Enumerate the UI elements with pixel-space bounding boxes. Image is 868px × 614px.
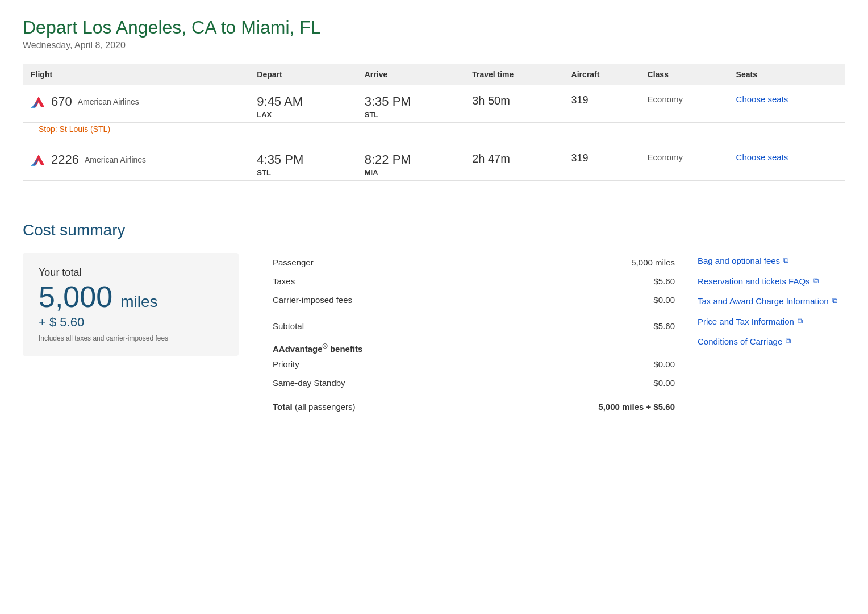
col-arrive: Arrive xyxy=(357,64,464,85)
total-label: Total (all passengers) xyxy=(273,402,356,412)
aircraft-cell: 319 xyxy=(564,85,640,123)
arrive-airport: STL xyxy=(365,110,456,119)
col-aircraft: Aircraft xyxy=(564,64,640,85)
your-total-box: Your total 5,000 miles + $ 5.60 Includes… xyxy=(23,253,239,356)
cost-row-label: Carrier-imposed fees xyxy=(273,295,352,305)
travel-time-cell: 3h 50m xyxy=(464,85,563,123)
external-link-icon: ⧉ xyxy=(783,256,788,265)
links-column: Bag and optional fees ⧉ Reservation and … xyxy=(698,253,845,417)
cost-layout: Your total 5,000 miles + $ 5.60 Includes… xyxy=(23,253,845,417)
travel-time-cell: 2h 47m xyxy=(464,143,563,181)
stop-cell: Stop: St Louis (STL) xyxy=(23,123,845,143)
aircraft-value: 319 xyxy=(571,94,589,106)
stop-text: Stop: St Louis (STL) xyxy=(31,125,110,134)
benefit-label: Priority xyxy=(273,359,299,369)
info-link[interactable]: Tax and Award Charge Information ⧉ xyxy=(698,296,845,307)
col-class: Class xyxy=(640,64,728,85)
cost-row: Subtotal $5.60 xyxy=(273,317,675,335)
registered-mark: ® xyxy=(323,342,328,350)
cost-row-label: Taxes xyxy=(273,276,295,286)
your-total-label: Your total xyxy=(39,267,223,279)
flight-cell: 670 American Airlines xyxy=(23,85,249,123)
choose-seats-link[interactable]: Choose seats xyxy=(736,94,788,104)
table-header-row: Flight Depart Arrive Travel time Aircraf… xyxy=(23,64,845,85)
cost-row: Taxes $5.60 xyxy=(273,272,675,291)
class-value: Economy xyxy=(648,152,683,162)
cost-total-row: Total (all passengers) 5,000 miles + $5.… xyxy=(273,396,675,417)
seats-cell: Choose seats xyxy=(728,143,845,181)
cost-row: Passenger 5,000 miles xyxy=(273,253,675,272)
external-link-icon: ⧉ xyxy=(813,276,819,286)
class-cell: Economy xyxy=(640,85,728,123)
col-travel-time: Travel time xyxy=(464,64,563,85)
arrive-time: 3:35 PM xyxy=(365,94,456,109)
benefits-header: AAdvantage® benefits xyxy=(273,342,675,354)
cost-row-value: 5,000 miles xyxy=(618,258,675,267)
flight-cell: 2226 American Airlines xyxy=(23,143,249,181)
col-depart: Depart xyxy=(249,64,356,85)
arrive-airport: MIA xyxy=(365,168,456,177)
benefit-label: Same-day Standby xyxy=(273,378,345,388)
info-link[interactable]: Price and Tax Information ⧉ xyxy=(698,316,845,327)
cost-right-section: Passenger 5,000 miles Taxes $5.60 Carrie… xyxy=(273,253,845,417)
travel-time-value: 3h 50m xyxy=(472,94,510,107)
benefit-row: Same-day Standby $0.00 xyxy=(273,374,675,392)
benefit-value: $0.00 xyxy=(618,359,675,369)
cost-row: Carrier-imposed fees $0.00 xyxy=(273,291,675,309)
benefit-row: Priority $0.00 xyxy=(273,355,675,374)
depart-cell: 4:35 PM STL xyxy=(249,143,356,181)
class-cell: Economy xyxy=(640,143,728,181)
aa-logo-icon xyxy=(31,154,47,166)
page-title: Depart Los Angeles, CA to Miami, FL xyxy=(23,17,845,38)
external-link-icon: ⧉ xyxy=(832,296,837,306)
page-subtitle: Wednesday, April 8, 2020 xyxy=(23,40,845,51)
depart-time: 4:35 PM xyxy=(257,152,348,167)
total-plus-cash: + $ 5.60 xyxy=(39,315,223,330)
aircraft-value: 319 xyxy=(571,152,589,164)
stop-row: Stop: St Louis (STL) xyxy=(23,123,845,143)
cost-row-label: Passenger xyxy=(273,258,314,267)
cost-summary-title: Cost summary xyxy=(23,221,845,239)
cost-row-value: $5.60 xyxy=(618,276,675,286)
arrive-cell: 3:35 PM STL xyxy=(357,85,464,123)
total-miles-display: 5,000 miles xyxy=(39,282,223,312)
table-row: 670 American Airlines 9:45 AM LAX 3:35 P… xyxy=(23,85,845,123)
depart-time: 9:45 AM xyxy=(257,94,348,109)
depart-cell: 9:45 AM LAX xyxy=(249,85,356,123)
info-link[interactable]: Conditions of Carriage ⧉ xyxy=(698,336,845,347)
benefit-value: $0.00 xyxy=(618,378,675,388)
airline-name: American Airlines xyxy=(85,155,146,164)
class-value: Economy xyxy=(648,94,683,104)
total-bold: Total xyxy=(273,402,293,412)
col-flight: Flight xyxy=(23,64,249,85)
total-value: 5,000 miles + $5.60 xyxy=(598,402,675,412)
info-link[interactable]: Reservation and tickets FAQs ⧉ xyxy=(698,276,845,287)
section-divider xyxy=(23,204,845,204)
aa-logo-icon xyxy=(31,96,47,108)
cost-row-value: $5.60 xyxy=(618,321,675,331)
arrive-cell: 8:22 PM MIA xyxy=(357,143,464,181)
external-link-icon: ⧉ xyxy=(786,337,791,346)
external-link-icon: ⧉ xyxy=(798,317,803,326)
link-text: Conditions of Carriage xyxy=(698,336,782,347)
link-text: Price and Tax Information xyxy=(698,316,794,327)
depart-airport: STL xyxy=(257,168,348,177)
airline-name: American Airlines xyxy=(78,97,139,106)
seats-cell: Choose seats xyxy=(728,85,845,123)
depart-airport: LAX xyxy=(257,110,348,119)
choose-seats-link[interactable]: Choose seats xyxy=(736,152,788,162)
arrive-time: 8:22 PM xyxy=(365,152,456,167)
cost-divider xyxy=(273,313,675,313)
cost-row-label: Subtotal xyxy=(273,321,304,331)
flight-table: Flight Depart Arrive Travel time Aircraf… xyxy=(23,64,845,181)
table-row: 2226 American Airlines 4:35 PM STL 8:22 … xyxy=(23,143,845,181)
aircraft-cell: 319 xyxy=(564,143,640,181)
info-link[interactable]: Bag and optional fees ⧉ xyxy=(698,255,845,267)
link-text: Tax and Award Charge Information xyxy=(698,296,829,307)
col-seats: Seats xyxy=(728,64,845,85)
link-text: Bag and optional fees xyxy=(698,255,780,267)
total-miles-unit: miles xyxy=(120,293,157,311)
cost-details: Passenger 5,000 miles Taxes $5.60 Carrie… xyxy=(273,253,675,417)
flight-number: 2226 xyxy=(51,152,79,167)
cost-row-value: $0.00 xyxy=(618,295,675,305)
